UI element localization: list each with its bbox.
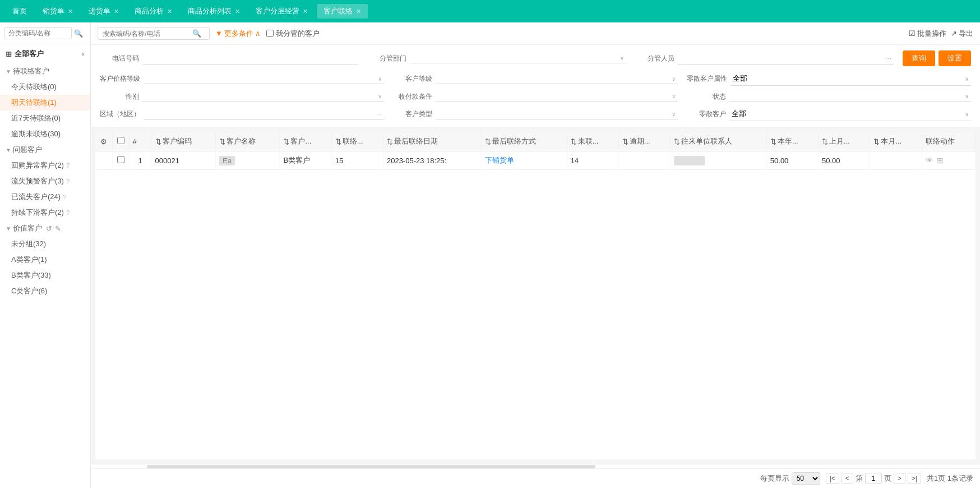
search-bar-right: ☑ 批量操作 ↗ 导出 <box>909 29 973 39</box>
next-page-btn[interactable]: > <box>894 473 905 484</box>
row-code: 000021 <box>151 151 215 170</box>
sidebar: 🔍 ⊞ 全部客户 « ▼ 待联络客户 今天待联络(0) 明天待联络(1) 近7天… <box>0 22 91 488</box>
sidebar-item-c-class[interactable]: C类客户(6) <box>0 283 90 299</box>
first-page-btn[interactable]: |< <box>826 473 839 484</box>
filter-row-1: 电话号码 分管部门 ∨ 分管人员 ··· 查询 设置 <box>100 50 971 66</box>
sidebar-item-a-class[interactable]: A类客户(1) <box>0 252 90 268</box>
price-level-select[interactable]: ∨ <box>144 74 384 84</box>
filter-row-4: 区域（地区） ··· 客户类型 ∨ 零散客户 全部 ∨ <box>100 107 971 121</box>
dept-select[interactable]: ∨ <box>410 53 626 63</box>
my-customers-wrap: 我分管的客户 <box>266 29 320 39</box>
sidebar-item-7days[interactable]: 近7天待联络(0) <box>0 111 90 126</box>
last-page-btn[interactable]: >| <box>908 473 921 484</box>
problem-group-label: ▼ 问题客户 <box>0 142 90 158</box>
price-level-label: 客户价格等级 <box>100 74 140 84</box>
value-refresh-icon[interactable]: ↺ <box>46 224 52 233</box>
nav-customer-contact[interactable]: 客户联络 ✕ <box>317 4 368 19</box>
page-size-select[interactable]: 50 100 200 <box>792 472 820 485</box>
last-method-sort-icon: ⇅ <box>485 137 491 146</box>
nav-home[interactable]: 首页 <box>6 4 34 19</box>
more-conditions-btn[interactable]: ▼ 更多条件 ∧ <box>215 29 261 39</box>
area-select[interactable]: ··· <box>144 108 384 120</box>
gender-select[interactable]: ∨ <box>142 91 384 102</box>
scrollbar-thumb[interactable] <box>147 465 595 468</box>
action-grid-icon[interactable]: ⊞ <box>937 156 944 165</box>
retail-customer-select[interactable]: 全部 ∨ <box>729 107 971 121</box>
export-btn[interactable]: ↗ 导出 <box>951 29 973 39</box>
manager-select[interactable]: ··· <box>678 53 894 65</box>
last-method-link[interactable]: 下销货单 <box>485 156 514 164</box>
page-size-wrap: 每页显示 50 100 200 <box>760 472 820 485</box>
checkbox-icon: ☑ <box>909 29 916 38</box>
overdue-sort-icon: ⇅ <box>622 137 628 146</box>
chevron-up-icon: ∧ <box>255 29 261 38</box>
pending-arrow-icon: ▼ <box>6 68 11 75</box>
settings-button[interactable]: 设置 <box>939 50 971 66</box>
nav-sales-order[interactable]: 销货单 ✕ <box>36 4 80 19</box>
nav-close-product-analysis-list[interactable]: ✕ <box>235 8 240 15</box>
col-this-year-header: ⇅本年... <box>766 132 818 151</box>
nav-customer-layering[interactable]: 客户分层经营 ✕ <box>249 4 315 19</box>
content-area: 🔍 ▼ 更多条件 ∧ 我分管的客户 ☑ 批量操作 ↗ 导出 <box>91 22 980 488</box>
top-nav: 首页 销货单 ✕ 进货单 ✕ 商品分析 ✕ 商品分析列表 ✕ 客户分层经营 ✕ … <box>0 0 980 22</box>
nav-close-customer-contact[interactable]: ✕ <box>356 8 361 15</box>
status-label: 状态 <box>687 92 726 102</box>
col-actions-header: 联络动作 <box>922 132 975 151</box>
customer-type-caret-icon: ∨ <box>672 111 676 117</box>
page-label: 第 <box>856 473 863 484</box>
nav-close-sales-order[interactable]: ✕ <box>68 8 73 15</box>
manager-label: 分管人员 <box>635 54 674 63</box>
all-customers-header[interactable]: ⊞ 全部客户 « <box>0 44 90 63</box>
filter-status: 状态 ∨ <box>687 91 971 102</box>
sidebar-search-input[interactable] <box>4 27 72 39</box>
nav-product-analysis[interactable]: 商品分析 ✕ <box>128 4 179 19</box>
value-edit-icon[interactable]: ✎ <box>55 224 61 233</box>
phone-input[interactable] <box>142 53 358 65</box>
sidebar-item-b-class[interactable]: B类客户(33) <box>0 268 90 283</box>
filter-row-3: 性别 ∨ 收付款条件 ∨ 状态 ∨ <box>100 91 971 102</box>
sidebar-item-repurchase-abnormal[interactable]: 回购异常客户(2) ? <box>0 158 90 173</box>
sidebar-item-churned[interactable]: 已流失客户(24) ? <box>0 189 90 205</box>
contact-header-sort-icon: ⇅ <box>335 137 341 146</box>
prev-page-btn[interactable]: < <box>842 473 853 484</box>
customer-type-select[interactable]: ∨ <box>436 109 677 119</box>
col-not-contacted-header: ⇅未联... <box>567 132 618 151</box>
grid-icon: ⊞ <box>6 50 12 58</box>
retail-attr-select[interactable]: 全部 ∨ <box>731 72 971 86</box>
nav-close-product-analysis[interactable]: ✕ <box>167 8 172 15</box>
per-page-label: 每页显示 <box>760 473 789 484</box>
page-input[interactable] <box>865 473 882 484</box>
customer-level-select[interactable]: ∨ <box>436 74 677 84</box>
nav-purchase-order[interactable]: 进货单 ✕ <box>82 4 126 19</box>
batch-op-btn[interactable]: ☑ 批量操作 <box>909 29 946 39</box>
payment-select[interactable]: ∨ <box>436 91 677 102</box>
price-level-caret-icon: ∨ <box>378 76 382 82</box>
status-select[interactable]: ∨ <box>729 91 971 102</box>
my-customers-checkbox[interactable] <box>266 30 274 37</box>
sidebar-item-today[interactable]: 今天待联络(0) <box>0 79 90 95</box>
nav-close-customer-layering[interactable]: ✕ <box>303 8 308 15</box>
dept-caret-icon: ∨ <box>620 55 624 61</box>
sidebar-item-ungrouped[interactable]: 未分组(32) <box>0 236 90 252</box>
sidebar-item-declining[interactable]: 持续下滑客户(2) ? <box>0 205 90 220</box>
sidebar-item-churn-warning[interactable]: 流失预警客户(3) ? <box>0 173 90 189</box>
settings-gear-icon[interactable]: ⚙ <box>100 137 107 146</box>
sidebar-search-icon[interactable]: 🔍 <box>74 29 83 38</box>
retail-attr-caret-icon: ∨ <box>965 76 969 82</box>
table-row: 1 000021 Ea B类客户 15 2023-05-23 18:25: 下销… <box>95 151 976 170</box>
nav-close-purchase-order[interactable]: ✕ <box>114 8 119 15</box>
pending-group-label: ▼ 待联络客户 <box>0 63 90 79</box>
filter-dept: 分管部门 ∨ <box>367 53 626 63</box>
nav-product-analysis-list[interactable]: 商品分析列表 ✕ <box>181 4 247 19</box>
query-button[interactable]: 查询 <box>903 50 935 66</box>
select-all-checkbox[interactable] <box>117 137 124 144</box>
row-settings <box>95 151 112 170</box>
row-last-method: 下销货单 <box>481 151 567 170</box>
search-icon-btn[interactable]: 🔍 <box>192 29 201 38</box>
sidebar-item-tomorrow[interactable]: 明天待联络(1) <box>0 95 90 111</box>
search-input[interactable] <box>103 30 192 38</box>
sidebar-item-overdue[interactable]: 逾期未联络(30) <box>0 126 90 142</box>
row-checkbox[interactable] <box>117 156 124 163</box>
action-eye-icon[interactable]: 👁 <box>926 156 933 165</box>
filter-retail-attr: 零散客户属性 全部 ∨ <box>687 72 971 86</box>
